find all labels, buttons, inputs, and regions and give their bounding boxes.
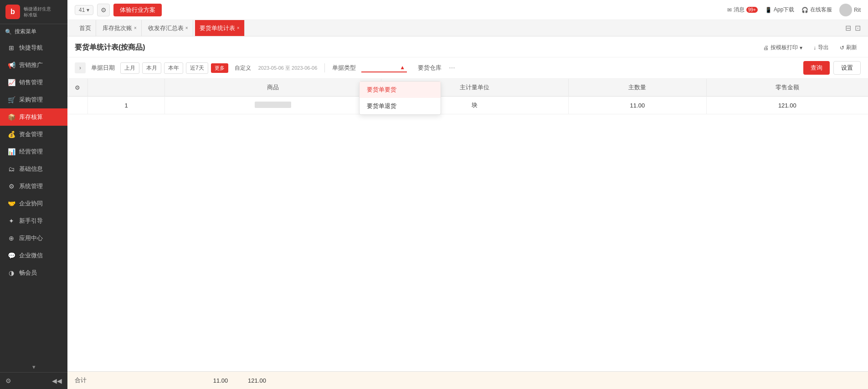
nav-icon-sales: 📈 xyxy=(7,78,15,87)
sidebar-item-sales[interactable]: 📈 销售管理 xyxy=(0,74,67,91)
filter-expand-button[interactable]: › xyxy=(75,62,86,73)
date-last-month[interactable]: 上月 xyxy=(120,62,139,74)
date-more-button[interactable]: 更多 xyxy=(211,63,228,73)
sidebar-bottom: ⚙ ◀◀ xyxy=(0,372,67,389)
nav-icon-operations: 📊 xyxy=(7,148,15,156)
settings-icon[interactable]: ⚙ xyxy=(5,377,11,384)
messages-button[interactable]: ✉ 消息 99+ xyxy=(727,6,758,14)
sidebar-item-enterprise[interactable]: 🤝 企业协同 xyxy=(0,195,67,212)
sidebar-search[interactable]: 🔍 搜索菜单 xyxy=(0,24,67,39)
page-title: 要货单统计表(按商品) xyxy=(75,43,145,52)
table-settings-icon[interactable]: ⚙ xyxy=(75,84,80,91)
export-icon: ↓ xyxy=(813,45,816,51)
nav-icon-members: ◑ xyxy=(7,269,15,277)
collapse-icon[interactable]: ◀◀ xyxy=(52,377,62,384)
type-select[interactable]: ▲ xyxy=(361,63,407,72)
date-options: 上月 本月 本年 近7天 更多 自定义 2023-05-06 至 2023-06… xyxy=(120,62,317,74)
header-gear-button[interactable]: ⚙ xyxy=(97,4,110,16)
col-num xyxy=(88,79,165,97)
set-button[interactable]: 设置 xyxy=(833,61,861,75)
sidebar-item-finance[interactable]: 💰 资金管理 xyxy=(0,126,67,143)
sidebar-item-quick-nav[interactable]: ⊞ 快捷导航 xyxy=(0,39,67,56)
cell-checkbox xyxy=(67,97,88,114)
sidebar-item-purchase[interactable]: 🛒 采购管理 xyxy=(0,91,67,108)
tab-close-inventory-batch[interactable]: × xyxy=(134,26,137,31)
logo-text: 畅捷通好生意 标准版 xyxy=(24,6,51,18)
logo-icon: b xyxy=(5,5,20,19)
footer-label: 合计 xyxy=(75,376,202,384)
dropdown-item-order-return[interactable]: 要货单退货 xyxy=(360,98,441,114)
sidebar-logo: b 畅捷通好生意 标准版 xyxy=(0,0,67,24)
header-right: ✉ 消息 99+ 📱 App下载 🎧 在线客服 Rit xyxy=(727,4,861,16)
app-download-button[interactable]: 📱 App下载 xyxy=(765,6,794,14)
sidebar-nav: ⊞ 快捷导航 📢 营销推广 📈 销售管理 🛒 采购管理 📦 库存核算 💰 资金管… xyxy=(0,39,67,362)
footer-quantity: 11.00 xyxy=(202,377,239,384)
date-range-text: 2023-05-06 至 2023-06-06 xyxy=(258,65,318,72)
nav-icon-app-center: ⊕ xyxy=(7,234,15,242)
col-settings[interactable]: ⚙ xyxy=(67,79,88,97)
page-actions: 🖨 按模板打印 ▾ ↓ 导出 ↺ 刷新 xyxy=(760,42,861,53)
nav-icon-basic-info: 🗂 xyxy=(7,165,15,173)
sidebar-item-wechat[interactable]: 💬 企业微信 xyxy=(0,247,67,264)
warehouse-label: 要货仓库 xyxy=(418,64,442,72)
refresh-icon: ↺ xyxy=(840,45,844,51)
type-dropdown: 要货单要货 要货单退货 xyxy=(359,81,441,115)
type-chevron-up-icon[interactable]: ▲ xyxy=(400,64,405,71)
footer-amount: 121.00 xyxy=(239,377,275,384)
print-button[interactable]: 🖨 按模板打印 ▾ xyxy=(760,42,806,53)
chevron-down-icon: ▾ xyxy=(87,7,89,13)
sidebar-item-guide[interactable]: ✦ 新手引导 xyxy=(0,212,67,230)
cell-num: 1 xyxy=(88,97,165,114)
breadcrumb-select[interactable]: 41 ▾ xyxy=(75,5,93,15)
col-product: 商品 xyxy=(164,79,381,97)
sidebar-item-operations[interactable]: 📊 经营管理 xyxy=(0,143,67,160)
avatar xyxy=(839,4,852,16)
filter-bar: › 单据日期 上月 本月 本年 近7天 更多 自定义 2023-05-06 至 … xyxy=(67,57,868,79)
top-header: 41 ▾ ⚙ 体验行业方案 ✉ 消息 99+ 📱 App下载 🎧 在线客服 R xyxy=(67,0,868,20)
cell-amount: 121.00 xyxy=(706,97,868,114)
online-service-button[interactable]: 🎧 在线客服 xyxy=(801,6,832,14)
tab-close-recv-summary[interactable]: × xyxy=(185,26,188,31)
date-label: 单据日期 xyxy=(91,64,115,72)
sidebar-item-inventory[interactable]: 📦 库存核算 xyxy=(0,108,67,126)
nav-icon-enterprise: 🤝 xyxy=(7,200,15,208)
header-left: 41 ▾ ⚙ 体验行业方案 xyxy=(75,4,722,16)
sidebar-item-members[interactable]: ◑ 畅会员 xyxy=(0,264,67,282)
nav-icon-inventory: 📦 xyxy=(7,113,15,121)
type-label: 单据类型 xyxy=(332,64,356,72)
tab-expand-icon[interactable]: ⊟ xyxy=(845,24,851,32)
tab-fullscreen-icon[interactable]: ⊡ xyxy=(855,24,861,32)
search-icon: 🔍 xyxy=(5,28,12,36)
date-last-7-days[interactable]: 近7天 xyxy=(186,62,208,74)
tab-recv-summary[interactable]: 收发存汇总表 × xyxy=(144,20,193,36)
export-button[interactable]: ↓ 导出 xyxy=(810,42,832,53)
sidebar-item-marketing[interactable]: 📢 营销推广 xyxy=(0,56,67,74)
col-amount: 零售金额 xyxy=(706,79,868,97)
sidebar-item-system[interactable]: ⚙ 系统管理 xyxy=(0,178,67,195)
col-quantity: 主数量 xyxy=(569,79,706,97)
table-wrapper: ⚙ 商品 主计量单位 主数量 零售金额 1 xyxy=(67,79,868,371)
nav-icon-guide: ✦ xyxy=(7,217,15,225)
dropdown-item-order-goods[interactable]: 要货单要货 xyxy=(360,82,441,98)
sidebar-item-app-center[interactable]: ⊕ 应用中心 xyxy=(0,230,67,247)
nav-icon-system: ⚙ xyxy=(7,182,15,190)
user-profile[interactable]: Rit xyxy=(839,4,861,16)
tab-close-order-summary[interactable]: × xyxy=(237,26,240,31)
nav-icon-purchase: 🛒 xyxy=(7,96,15,104)
sidebar-scroll-down[interactable]: ▾ xyxy=(0,362,67,372)
date-this-year[interactable]: 本年 xyxy=(164,62,183,74)
main-area: 41 ▾ ⚙ 体验行业方案 ✉ 消息 99+ 📱 App下载 🎧 在线客服 R xyxy=(67,0,868,389)
print-dropdown-icon: ▾ xyxy=(800,45,802,51)
sidebar-item-basic-info[interactable]: 🗂 基础信息 xyxy=(0,160,67,178)
warehouse-more-icon[interactable]: ··· xyxy=(449,64,455,72)
tab-order-summary[interactable]: 要货单统计表 × xyxy=(195,20,245,36)
table-footer: 合计 11.00 121.00 xyxy=(67,371,868,389)
tab-home[interactable]: 首页 xyxy=(75,20,96,36)
trial-button[interactable]: 体验行业方案 xyxy=(113,4,162,16)
table-row: 1 块 11.00 121.00 xyxy=(67,97,868,114)
tab-inventory-batch[interactable]: 库存批次账 × xyxy=(98,20,142,36)
date-this-month[interactable]: 本月 xyxy=(142,62,161,74)
date-custom-button[interactable]: 自定义 xyxy=(231,63,255,73)
query-button[interactable]: 查询 xyxy=(803,61,830,75)
refresh-button[interactable]: ↺ 刷新 xyxy=(836,42,861,53)
